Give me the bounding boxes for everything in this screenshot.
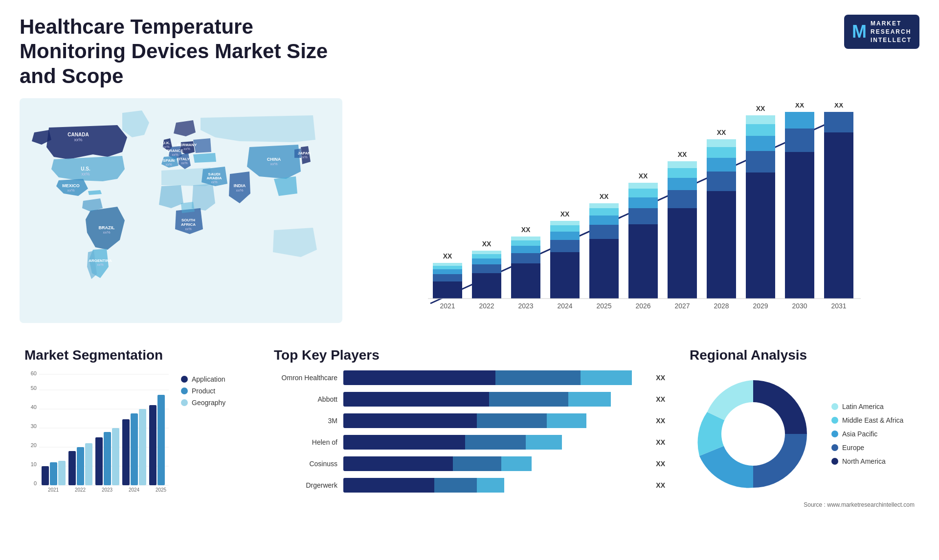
svg-text:XX: XX	[756, 105, 765, 112]
reg-legend-europe: Europe	[831, 444, 903, 452]
svg-rect-92	[785, 112, 814, 129]
player-bar-helen	[343, 435, 647, 450]
reg-label-apac: Asia Pacific	[842, 430, 877, 438]
svg-text:2021: 2021	[440, 302, 455, 310]
svg-rect-95	[824, 112, 853, 132]
player-bar-seg2-omron	[495, 370, 581, 385]
legend-dot-application	[181, 376, 188, 383]
svg-text:CANADA: CANADA	[67, 132, 89, 137]
player-name-omron: Omron Healthcare	[274, 374, 337, 382]
reg-legend-latin: Latin America	[831, 403, 903, 410]
player-row-omron: Omron Healthcare XX	[274, 370, 665, 385]
svg-rect-94	[824, 132, 853, 299]
svg-rect-64	[589, 203, 619, 208]
player-row-helen: Helen of XX	[274, 435, 665, 450]
svg-text:2026: 2026	[635, 302, 650, 310]
svg-text:XX: XX	[717, 129, 726, 136]
svg-rect-125	[58, 461, 66, 485]
svg-text:2030: 2030	[792, 302, 807, 310]
svg-text:xx%: xx%	[97, 263, 103, 266]
legend-label-product: Product	[192, 387, 215, 395]
svg-text:MEXICO: MEXICO	[62, 183, 80, 188]
svg-rect-48	[511, 263, 540, 299]
reg-legend-na: North America	[831, 457, 903, 465]
svg-text:xx%: xx%	[181, 161, 187, 165]
main-grid: CANADA xx% U.S. xx% MEXICO xx% BRAZIL xx…	[20, 98, 919, 513]
svg-rect-81	[707, 147, 736, 158]
player-bar-seg2-3m	[477, 413, 547, 428]
svg-text:ARGENTINA: ARGENTINA	[89, 258, 112, 263]
svg-rect-62	[589, 215, 619, 225]
svg-text:AFRICA: AFRICA	[181, 222, 196, 227]
reg-label-mea: Middle East & Africa	[842, 416, 903, 424]
svg-rect-128	[85, 443, 92, 485]
svg-rect-80	[707, 158, 736, 172]
svg-text:xx%: xx%	[67, 188, 74, 193]
svg-rect-132	[122, 419, 130, 485]
svg-text:XX: XX	[560, 210, 570, 218]
reg-legend-mea: Middle East & Africa	[831, 416, 903, 424]
svg-rect-40	[433, 263, 462, 266]
player-bar-seg3-helen	[526, 435, 562, 450]
svg-rect-91	[785, 129, 814, 152]
svg-rect-70	[628, 183, 658, 189]
donut-area: Latin America Middle East & Africa Asia …	[690, 370, 915, 497]
svg-rect-79	[707, 172, 736, 191]
svg-text:60: 60	[31, 370, 37, 376]
svg-text:XX: XX	[834, 103, 844, 109]
svg-rect-67	[628, 208, 658, 224]
segmentation-legend: Application Product Geography	[181, 375, 225, 407]
svg-text:U.K.: U.K.	[162, 141, 170, 145]
svg-rect-133	[131, 413, 138, 485]
svg-rect-86	[746, 136, 775, 151]
player-row-3m: 3M XX	[274, 413, 665, 428]
svg-text:XX: XX	[600, 193, 609, 200]
svg-text:2027: 2027	[674, 302, 690, 310]
reg-dot-mea	[831, 417, 838, 424]
reg-dot-na	[831, 458, 838, 465]
players-bars: Omron Healthcare XX Abbott	[274, 370, 665, 493]
svg-rect-135	[149, 405, 156, 485]
logo-line1: MARKET	[871, 20, 912, 28]
bottom-grid: Market Segmentation 0 10 20 30 40 50 60	[20, 343, 919, 513]
header: Healthcare Temperature Monitoring Device…	[20, 15, 919, 88]
svg-rect-52	[511, 237, 540, 240]
svg-rect-84	[746, 172, 775, 299]
svg-rect-88	[746, 115, 775, 124]
svg-rect-73	[668, 190, 697, 208]
player-bar-seg1-3m	[343, 413, 477, 428]
svg-text:XX: XX	[443, 252, 452, 260]
player-bar-seg1-omron	[343, 370, 495, 385]
svg-text:JAPAN: JAPAN	[298, 151, 311, 155]
svg-rect-60	[589, 239, 619, 299]
legend-dot-geography	[181, 399, 188, 406]
logo: M MARKET RESEARCH INTELLECT	[844, 15, 919, 49]
player-row-abbott: Abbott XX	[274, 392, 665, 407]
svg-text:ITALY: ITALY	[179, 157, 190, 161]
svg-text:50: 50	[31, 385, 37, 391]
player-bar-seg1-helen	[343, 435, 465, 450]
player-bar-seg3-drger	[477, 478, 504, 493]
svg-rect-124	[50, 462, 57, 485]
svg-text:2023: 2023	[102, 487, 113, 493]
svg-text:2023: 2023	[518, 302, 533, 310]
legend-geography: Geography	[181, 399, 225, 407]
svg-rect-38	[433, 269, 462, 274]
svg-rect-69	[628, 189, 658, 197]
svg-text:2031: 2031	[831, 302, 846, 310]
legend-dot-product	[181, 388, 188, 394]
svg-rect-76	[668, 161, 697, 168]
svg-rect-36	[433, 281, 462, 299]
segmentation-chart-legend: 0 10 20 30 40 50 60	[24, 370, 249, 497]
map-section: CANADA xx% U.S. xx% MEXICO xx% BRAZIL xx…	[20, 98, 342, 333]
svg-text:2022: 2022	[75, 487, 86, 493]
player-name-helen: Helen of	[274, 438, 337, 446]
player-name-abbott: Abbott	[274, 395, 337, 403]
svg-rect-55	[550, 240, 580, 252]
svg-text:U.S.: U.S.	[81, 166, 90, 172]
map-container: CANADA xx% U.S. xx% MEXICO xx% BRAZIL xx…	[20, 98, 342, 323]
svg-text:XX: XX	[678, 151, 687, 158]
source-text: Source : www.marketresearchintellect.com	[690, 501, 915, 508]
svg-rect-43	[472, 264, 501, 273]
svg-text:xx%: xx%	[165, 163, 172, 166]
